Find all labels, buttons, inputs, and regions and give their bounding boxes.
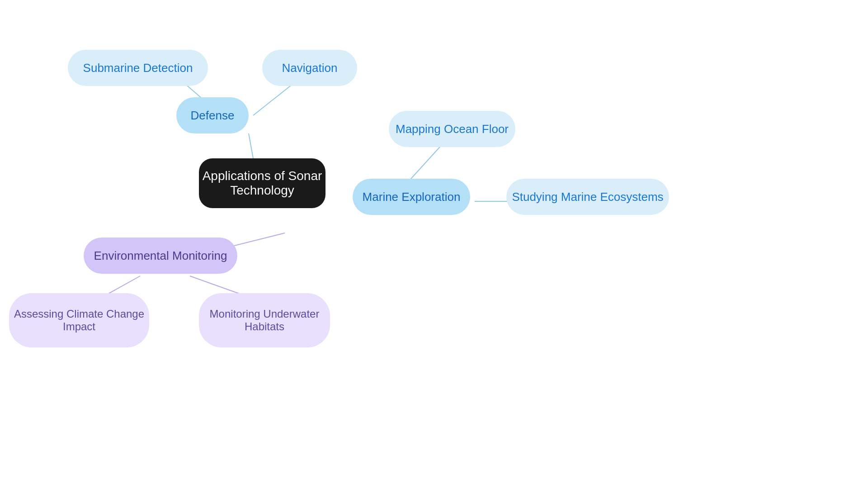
center-node[interactable]: Applications of Sonar Technology: [199, 158, 326, 208]
studying-label: Studying Marine Ecosystems: [512, 190, 663, 204]
env-monitoring-node[interactable]: Environmental Monitoring: [84, 238, 237, 274]
env-monitoring-label: Environmental Monitoring: [94, 249, 227, 263]
defense-label: Defense: [191, 109, 235, 123]
navigation-node[interactable]: Navigation: [262, 50, 357, 86]
studying-node[interactable]: Studying Marine Ecosystems: [506, 179, 669, 215]
center-label: Applications of Sonar Technology: [199, 169, 326, 198]
marine-exploration-node[interactable]: Marine Exploration: [353, 179, 470, 215]
mapping-node[interactable]: Mapping Ocean Floor: [389, 111, 515, 147]
submarine-node[interactable]: Submarine Detection: [68, 50, 208, 86]
navigation-label: Navigation: [282, 61, 338, 75]
underwater-label: Monitoring Underwater Habitats: [199, 308, 330, 333]
marine-exploration-label: Marine Exploration: [363, 190, 461, 204]
defense-node[interactable]: Defense: [176, 97, 249, 133]
submarine-label: Submarine Detection: [83, 61, 193, 75]
mapping-label: Mapping Ocean Floor: [396, 122, 509, 136]
climate-node[interactable]: Assessing Climate Change Impact: [9, 293, 149, 347]
climate-label: Assessing Climate Change Impact: [9, 308, 149, 333]
underwater-node[interactable]: Monitoring Underwater Habitats: [199, 293, 330, 347]
